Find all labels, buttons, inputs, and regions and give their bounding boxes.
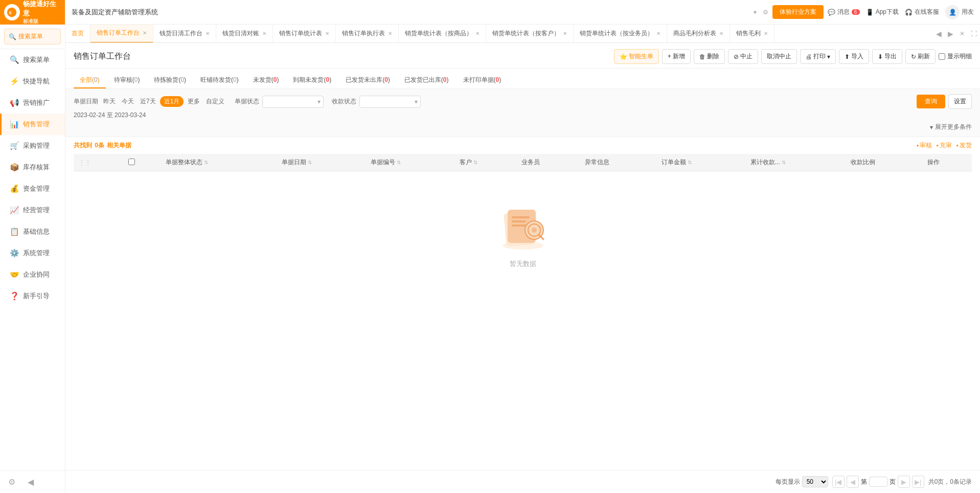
ai-generate-button[interactable]: ⭐ 智能生单 bbox=[614, 49, 659, 64]
setting-button[interactable]: 设置 bbox=[948, 94, 972, 109]
sidebar-item-marketing[interactable]: 📢营销推广 bbox=[0, 92, 65, 114]
date-opt-昨天[interactable]: 昨天 bbox=[101, 96, 118, 107]
app-download-action[interactable]: 📱 App下载 bbox=[866, 8, 899, 16]
tab-close-cash-daily[interactable]: ✕ bbox=[206, 31, 210, 36]
batch-btn-充审[interactable]: 充审 bbox=[936, 141, 952, 150]
industry-solution-button[interactable]: 体验行业方案 bbox=[772, 5, 824, 19]
tab-close-sales-workbench[interactable]: ✕ bbox=[143, 30, 147, 36]
tab-sales-stats[interactable]: 销售订单统计表✕ bbox=[273, 25, 336, 43]
tab-close-sales-profit[interactable]: ✕ bbox=[764, 31, 768, 36]
last-page-btn[interactable]: ▶| bbox=[912, 476, 924, 488]
select-all-checkbox[interactable] bbox=[128, 159, 135, 165]
import-button[interactable]: ⬆ 导入 bbox=[839, 49, 869, 64]
sidebar-nav: 🔍搜索菜单⚡快捷导航📢营销推广📊销售管理🛒采购管理📦库存核算💰资金管理📈经营管理… bbox=[0, 49, 65, 307]
cancel-stop-button[interactable]: 取消中止 bbox=[761, 49, 797, 64]
sidebar-item-guide[interactable]: ❓新手引导 bbox=[0, 285, 65, 307]
tab-close-sales-summary-staff[interactable]: ✕ bbox=[656, 31, 660, 36]
sidebar-item-quick-nav[interactable]: ⚡快捷导航 bbox=[0, 71, 65, 92]
first-page-btn[interactable]: |◀ bbox=[832, 476, 845, 488]
sub-tab-not-shipped[interactable]: 未发货(0) bbox=[247, 73, 285, 88]
date-opt-自定义[interactable]: 自定义 bbox=[204, 96, 226, 107]
tab-close-sales-summary-product[interactable]: ✕ bbox=[475, 31, 480, 36]
show-detail-label[interactable]: 显示明细 bbox=[939, 52, 972, 61]
next-page-btn[interactable]: ▶ bbox=[898, 476, 910, 488]
sidebar-item-system[interactable]: ⚙️系统管理 bbox=[0, 242, 65, 264]
sub-tab-shipped-out[interactable]: 已发货已出库(0) bbox=[398, 73, 455, 88]
date-opt-近7天[interactable]: 近7天 bbox=[138, 96, 158, 107]
system-settings-icon[interactable]: ⚙ bbox=[763, 9, 768, 16]
settings-button[interactable]: ⚙ bbox=[4, 475, 19, 489]
sub-tab-not-printed[interactable]: 未打印单据(0) bbox=[457, 73, 508, 88]
sidebar-item-inventory[interactable]: 📦库存核算 bbox=[0, 156, 65, 178]
tab-nav-next[interactable]: ▶ bbox=[945, 25, 956, 43]
tab-close-margin-analysis[interactable]: ✕ bbox=[719, 31, 723, 36]
tab-close-cash-reconcile[interactable]: ✕ bbox=[262, 31, 266, 36]
search-menu-button[interactable]: 🔍 搜索菜单 bbox=[4, 29, 61, 44]
batch-btn-审核[interactable]: 审核 bbox=[916, 141, 932, 150]
refresh-button[interactable]: ↻ 刷新 bbox=[905, 49, 936, 64]
sidebar-item-finance[interactable]: 💰资金管理 bbox=[0, 178, 65, 199]
sidebar-item-search[interactable]: 🔍搜索菜单 bbox=[0, 49, 65, 71]
message-action[interactable]: 💬 消息 6 bbox=[828, 8, 860, 16]
add-button[interactable]: + 新增 bbox=[662, 49, 691, 64]
query-button[interactable]: 查询 bbox=[917, 95, 945, 108]
tab-home[interactable]: 首页 bbox=[65, 25, 90, 43]
date-opt-近1月[interactable]: 近1月 bbox=[160, 96, 184, 107]
system-dropdown-icon[interactable]: ▾ bbox=[754, 9, 757, 16]
col-header-collected[interactable]: 累计收款...⇅ bbox=[745, 154, 846, 171]
col-header-customer[interactable]: 客户⇅ bbox=[454, 154, 516, 171]
sidebar-item-base-info[interactable]: 📋基础信息 bbox=[0, 221, 65, 242]
per-page-select[interactable]: 102050100 bbox=[802, 476, 828, 487]
sidebar-item-purchase[interactable]: 🛒采购管理 bbox=[0, 135, 65, 156]
tab-sales-summary-customer[interactable]: 销货单统计表（按客户）✕ bbox=[486, 25, 574, 43]
fullscreen-button[interactable]: ⛶ bbox=[968, 25, 980, 43]
payment-select[interactable] bbox=[359, 96, 421, 108]
sub-tab-shipped-not-out[interactable]: 已发货未出库(0) bbox=[339, 73, 396, 88]
page-header: 销售订单工作台 ⭐ 智能生单 + 新增 🗑 删除 ⊘ 中止 取消中止 🖨 bbox=[65, 43, 980, 69]
tab-sales-workbench[interactable]: 销售订单工作台✕ bbox=[90, 25, 153, 43]
delete-button[interactable]: 🗑 删除 bbox=[694, 49, 725, 64]
tab-label-cash-daily: 钱货日清工作台 bbox=[159, 29, 202, 38]
print-button[interactable]: 🖨 打印 ▾ bbox=[800, 49, 836, 64]
tab-nav-prev[interactable]: ◀ bbox=[933, 25, 945, 43]
prev-page-btn[interactable]: ◀ bbox=[847, 476, 859, 488]
tab-sales-exec[interactable]: 销售订单执行表✕ bbox=[336, 25, 399, 43]
user-action[interactable]: 👤 用友 bbox=[945, 5, 974, 19]
tab-margin-analysis[interactable]: 商品毛利分析表✕ bbox=[667, 25, 730, 43]
sub-tab-label-not-printed: 未打印单据(0) bbox=[463, 76, 502, 83]
close-all-tabs[interactable]: ✕ bbox=[956, 25, 968, 43]
tab-cash-daily[interactable]: 钱货日清工作台✕ bbox=[153, 25, 216, 43]
collapse-button[interactable]: ◀ bbox=[24, 475, 38, 489]
sub-tab-overdue-not-shipped[interactable]: 到期未发货(0) bbox=[287, 73, 337, 88]
batch-btn-发货[interactable]: 发货 bbox=[956, 141, 972, 150]
expand-conditions-btn[interactable]: ▾ 展开更多条件 bbox=[930, 123, 972, 131]
col-header-date[interactable]: 单据日期⇅ bbox=[277, 154, 366, 171]
sidebar-item-sales[interactable]: 📊销售管理 bbox=[0, 114, 65, 135]
date-opt-更多[interactable]: 更多 bbox=[186, 96, 202, 107]
show-detail-checkbox[interactable] bbox=[939, 53, 945, 60]
page-number-input[interactable]: 1 bbox=[869, 477, 887, 487]
status-select[interactable] bbox=[262, 96, 324, 108]
stop-button[interactable]: ⊘ 中止 bbox=[728, 49, 758, 64]
tab-close-sales-stats[interactable]: ✕ bbox=[325, 31, 329, 36]
sub-tab-pending-inspect[interactable]: 待拣验货(0) bbox=[148, 73, 192, 88]
sidebar-item-enterprise[interactable]: 🤝企业协同 bbox=[0, 264, 65, 285]
sub-tab-all[interactable]: 全部(0) bbox=[74, 73, 106, 88]
col-header-status[interactable]: 单据整体状态⇅ bbox=[161, 154, 277, 171]
col-header-amount[interactable]: 订单金额⇅ bbox=[656, 154, 745, 171]
tab-sales-summary-staff[interactable]: 销货单统计表（按业务员）✕ bbox=[574, 25, 667, 43]
online-service-action[interactable]: 🎧 在线客服 bbox=[905, 8, 939, 16]
sub-tab-wangpu-pending[interactable]: 旺铺待发货(0) bbox=[194, 73, 245, 88]
system-title: 装备及固定资产辅助管理系统 bbox=[72, 8, 749, 17]
col-header-number[interactable]: 单据编号⇅ bbox=[366, 154, 454, 171]
tab-close-sales-exec[interactable]: ✕ bbox=[388, 31, 392, 36]
date-opt-今天[interactable]: 今天 bbox=[120, 96, 136, 107]
export-button[interactable]: ⬇ 导出 bbox=[872, 49, 902, 64]
tab-sales-summary-product[interactable]: 销货单统计表（按商品）✕ bbox=[399, 25, 486, 43]
sidebar-item-operations[interactable]: 📈经营管理 bbox=[0, 199, 65, 221]
tab-sales-profit[interactable]: 销售毛利✕ bbox=[730, 25, 774, 43]
tab-cash-reconcile[interactable]: 钱货日清对账✕ bbox=[216, 25, 273, 43]
sub-tab-pending-review[interactable]: 待审核(0) bbox=[108, 73, 146, 88]
sidebar: 6 畅捷通好生意 标准版 🔍 搜索菜单 🔍搜索菜单⚡快捷导航📢营销推广📊销售管理… bbox=[0, 0, 65, 493]
tab-close-sales-summary-customer[interactable]: ✕ bbox=[563, 31, 567, 36]
